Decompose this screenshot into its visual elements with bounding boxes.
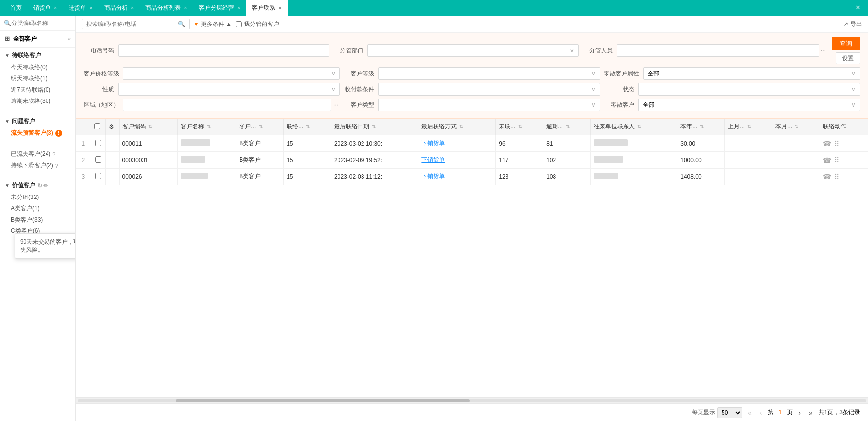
col-type[interactable]: 客户... ⇅ (236, 119, 284, 135)
scatter-attr-select[interactable]: 全部 ∨ (643, 67, 860, 80)
value-refresh-icon[interactable]: ↻ (37, 182, 42, 189)
status-select[interactable]: ∨ (638, 83, 860, 96)
col-name[interactable]: 客户名称 ⇅ (177, 119, 236, 135)
action-contact-icon-2[interactable]: ☎ (823, 173, 831, 181)
prev-page-button[interactable]: ‹ (758, 408, 764, 418)
tab-analysis-close[interactable]: × (131, 5, 134, 11)
sidebar-all-customers[interactable]: ⊞ 全部客户 « (0, 31, 75, 48)
col-contact[interactable]: 联络... ⇅ (284, 119, 331, 135)
window-close-button[interactable]: × (852, 3, 864, 12)
row-last-way-0[interactable]: 下销货单 (418, 135, 496, 152)
row-unit-2 (591, 169, 677, 185)
region-dots-icon[interactable]: ··· (331, 101, 340, 108)
nature-select[interactable]: ∨ (118, 83, 340, 96)
person-dots-icon[interactable]: ··· (819, 47, 828, 54)
row-last-way-2[interactable]: 下销货单 (418, 169, 496, 185)
action-contact-icon-0[interactable]: ☎ (823, 140, 831, 148)
next-page-button[interactable]: › (796, 408, 803, 418)
sidebar-item-b-class[interactable]: B类客户(33) (0, 214, 75, 225)
tab-sales-close[interactable]: × (54, 5, 57, 11)
tab-home[interactable]: 首页 (4, 0, 27, 16)
scrollbar-thumb[interactable] (176, 399, 470, 402)
sidebar-search-input[interactable] (11, 20, 76, 26)
sidebar-group-value-title[interactable]: ▼ 价值客户 ↻ ✏ (0, 179, 75, 192)
col-no-contact[interactable]: 未联... ⇅ (496, 119, 543, 135)
customer-type-select[interactable]: ∨ (378, 99, 600, 111)
value-group-label: 价值客户 (12, 181, 35, 190)
tab-customer-link-close[interactable]: × (278, 5, 281, 11)
sidebar-item-today-contact[interactable]: 今天待联络(0) (0, 62, 75, 73)
col-last-way[interactable]: 最后联络方式 ⇅ (418, 119, 496, 135)
sidebar-item-a-class[interactable]: A类客户(1) (0, 203, 75, 214)
first-page-button[interactable]: « (746, 408, 754, 418)
col-unit-contact[interactable]: 往来单位联系人 ⇅ (591, 119, 677, 135)
sidebar-item-week-contact[interactable]: 近7天待联络(0) (0, 84, 75, 96)
tab-analysis-list[interactable]: 商品分析列表 × (140, 0, 193, 16)
action-more-icon-2[interactable]: ⠿ (834, 173, 839, 181)
sidebar-group-pending-title[interactable]: ▼ 待联络客户 (0, 50, 75, 62)
tab-purchase[interactable]: 进货单 × (63, 0, 98, 16)
payment-select[interactable]: ∨ (378, 83, 600, 96)
sidebar-item-declining[interactable]: 持续下滑客户(2) ? (0, 160, 75, 171)
last-way-link-2[interactable]: 下销货单 (421, 173, 445, 180)
tab-customer-tier-close[interactable]: × (237, 5, 240, 11)
col-year[interactable]: 本年... ⇅ (677, 119, 725, 135)
sidebar-item-ungrouped[interactable]: 未分组(32) (0, 192, 75, 203)
phone-input[interactable] (118, 44, 329, 57)
col-settings[interactable]: ⚙ (105, 119, 119, 135)
filter-search-input[interactable] (86, 21, 178, 27)
export-button[interactable]: ↗ 导出 (844, 20, 862, 28)
region-select[interactable] (123, 99, 331, 111)
action-contact-icon-1[interactable]: ☎ (823, 156, 831, 164)
query-button[interactable]: 查询 (832, 37, 860, 50)
sidebar-item-churn-warning[interactable]: 流失预警客户(3) ! (0, 127, 75, 139)
horizontal-scrollbar[interactable] (76, 397, 868, 403)
last-way-link-1[interactable]: 下销货单 (421, 156, 445, 163)
tab-purchase-close[interactable]: × (89, 5, 92, 11)
row-checkbox-0[interactable] (91, 135, 105, 152)
col-code[interactable]: 客户编码 ⇅ (119, 119, 177, 135)
row-checkbox-2[interactable] (91, 169, 105, 185)
col-overdue[interactable]: 逾期... ⇅ (543, 119, 591, 135)
col-no-contact-label: 未联... (499, 123, 515, 130)
filter-more-conditions[interactable]: ▼ 更多条件 ▲ (193, 20, 232, 28)
per-page-select[interactable]: 50 100 200 (717, 407, 742, 418)
select-all-checkbox[interactable] (94, 123, 100, 129)
customer-grade-select[interactable]: ∨ (378, 67, 600, 80)
col-type-sort-icon: ⇅ (259, 124, 263, 129)
tab-sales[interactable]: 销货单 × (27, 0, 63, 16)
grid-icon: ⊞ (5, 35, 10, 42)
action-more-icon-0[interactable]: ⠿ (834, 140, 839, 148)
row-select-checkbox-2[interactable] (95, 173, 101, 179)
scatter-customer-select[interactable]: 全部 ∨ (638, 99, 860, 111)
filter-row-4: 区域（地区） ··· 客户类型 ∨ 零散客户 全部 (84, 99, 860, 111)
row-last-way-1[interactable]: 下销货单 (418, 152, 496, 169)
last-way-link-0[interactable]: 下销货单 (421, 140, 445, 147)
row-select-checkbox-1[interactable] (95, 156, 101, 163)
tab-analysis-list-close[interactable]: × (184, 5, 187, 11)
col-year-label: 本年... (680, 123, 697, 130)
col-checkbox[interactable] (91, 119, 105, 135)
sidebar-item-tomorrow-contact[interactable]: 明天待联络(1) (0, 73, 75, 84)
settings-button[interactable]: 设置 (836, 52, 860, 64)
person-select[interactable] (617, 44, 819, 57)
col-last-date[interactable]: 最后联络日期 ⇅ (331, 119, 418, 135)
row-checkbox-1[interactable] (91, 152, 105, 169)
sidebar-group-churn-title[interactable]: ▼ 问题客户 (0, 115, 75, 127)
dept-select[interactable]: ∨ (367, 44, 579, 57)
sidebar-item-overdue-contact[interactable]: 逾期未联络(30) (0, 96, 75, 107)
tab-customer-tier[interactable]: 客户分层经营 × (193, 0, 246, 16)
tab-customer-link[interactable]: 客户联系 × (246, 0, 287, 16)
tab-analysis[interactable]: 商品分析 × (98, 0, 140, 16)
row-select-checkbox-0[interactable] (95, 140, 101, 146)
last-page-button[interactable]: » (807, 408, 815, 418)
col-this-month[interactable]: 本月... ⇅ (772, 119, 820, 135)
action-more-icon-1[interactable]: ⠿ (834, 156, 839, 164)
price-grade-select[interactable]: ∨ (123, 67, 340, 80)
value-edit-icon[interactable]: ✏ (43, 182, 48, 189)
my-customers-checkbox[interactable] (236, 21, 242, 27)
col-last-month[interactable]: 上月... ⇅ (725, 119, 772, 135)
sidebar-item-already-churn[interactable]: 已流失客户(24) ? (0, 149, 75, 160)
row-type-0: B类客户 (236, 135, 284, 152)
filter-search-icon[interactable]: 🔍 (178, 21, 185, 27)
